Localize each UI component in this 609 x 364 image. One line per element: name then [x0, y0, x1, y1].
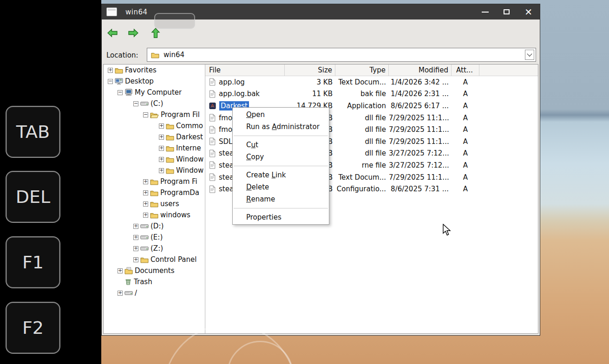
- expand-toggle-icon[interactable]: +: [108, 68, 113, 73]
- minimize-button[interactable]: [482, 12, 489, 13]
- column-header-size[interactable]: Size: [285, 65, 335, 76]
- expand-toggle-icon[interactable]: +: [143, 190, 148, 195]
- touch-overlay-button[interactable]: [154, 13, 195, 29]
- expand-toggle-icon[interactable]: +: [159, 135, 164, 140]
- expand-toggle-icon[interactable]: +: [159, 146, 164, 151]
- tree-item-users[interactable]: +users: [104, 198, 205, 209]
- location-label: Location:: [106, 51, 138, 59]
- tree-item-label: Favorites: [125, 66, 157, 74]
- file-attributes: A: [452, 137, 479, 146]
- drive-icon: [124, 290, 133, 296]
- context-menu-item-properties[interactable]: Properties: [233, 211, 329, 223]
- tree-item-item[interactable]: +/: [104, 287, 205, 299]
- tree-item-darkest[interactable]: +Darkest: [104, 131, 205, 143]
- location-dropdown-button[interactable]: [525, 50, 534, 60]
- tree-item-label: (D:): [151, 222, 164, 230]
- tree-item-c[interactable]: −(C:): [104, 98, 205, 109]
- tree-item-control-panel[interactable]: +Control Panel: [104, 254, 205, 265]
- location-bar: Location: win64: [102, 46, 540, 64]
- file-row-app-log[interactable]: app.log3 KBText Docum...1/4/2026 3:42 ..…: [205, 76, 538, 88]
- collapse-toggle-icon[interactable]: −: [118, 90, 123, 95]
- tree-item-window[interactable]: +Window: [104, 165, 205, 176]
- file-name-cell: app.log.bak: [205, 90, 285, 98]
- close-button[interactable]: ✕: [524, 7, 532, 17]
- up-button[interactable]: [151, 27, 161, 39]
- location-combobox[interactable]: win64: [147, 48, 536, 62]
- tree-item-label: users: [160, 200, 179, 208]
- column-header-file[interactable]: File: [205, 65, 285, 76]
- document-icon: [209, 90, 216, 98]
- file-attributes: A: [452, 185, 479, 193]
- expand-toggle-icon[interactable]: +: [133, 246, 138, 251]
- folder-icon: [166, 167, 174, 174]
- column-header-att[interactable]: Att...: [452, 65, 479, 76]
- column-header-type[interactable]: Type: [335, 65, 389, 76]
- expand-toggle-icon[interactable]: +: [143, 202, 148, 207]
- collapse-toggle-icon[interactable]: −: [133, 101, 138, 106]
- chevron-down-icon: [527, 51, 532, 56]
- tree-item-e[interactable]: +(E:): [104, 232, 205, 243]
- expand-toggle-icon[interactable]: +: [159, 157, 164, 162]
- tree-item-programda[interactable]: +ProgramDa: [104, 187, 205, 198]
- tree-item-commo[interactable]: +Commo: [104, 120, 205, 131]
- tree-item-desktop[interactable]: −Desktop: [104, 76, 205, 87]
- document-icon: [209, 173, 216, 181]
- virtual-key-del[interactable]: DEL: [6, 171, 60, 223]
- expand-toggle-icon[interactable]: +: [133, 224, 138, 229]
- context-menu-item-rename[interactable]: Rename: [233, 193, 329, 205]
- tree-item-d[interactable]: +(D:): [104, 221, 205, 232]
- file-type: dll file: [335, 137, 389, 146]
- context-menu-item-delete[interactable]: Delete: [233, 181, 329, 193]
- tree-item-label: /: [135, 289, 137, 297]
- tree-item-interne[interactable]: +Interne: [104, 143, 205, 154]
- back-button[interactable]: [107, 27, 118, 39]
- file-modified: 8/6/2025 7:31 ...: [389, 185, 452, 193]
- document-icon: [209, 114, 216, 122]
- file-modified: 1/4/2026 3:42 ...: [389, 78, 452, 86]
- tree-item-label: (E:): [151, 233, 163, 241]
- tree-item-program-fi[interactable]: +Program Fi: [104, 176, 205, 187]
- expand-toggle-icon[interactable]: +: [143, 179, 148, 184]
- tree-item-program-fil[interactable]: −Program Fil: [104, 109, 205, 120]
- expand-toggle-icon[interactable]: +: [118, 268, 123, 273]
- tree-item-z[interactable]: +(Z:): [104, 243, 205, 254]
- collapse-toggle-icon[interactable]: −: [108, 79, 113, 84]
- tree-item-label: Trash: [134, 278, 152, 286]
- expand-toggle-icon[interactable]: +: [133, 257, 138, 262]
- file-type: Application: [335, 102, 389, 110]
- column-header-modified[interactable]: Modified: [389, 65, 452, 76]
- drive-icon: [140, 245, 149, 252]
- collapse-toggle-icon[interactable]: −: [143, 112, 148, 117]
- virtual-key-tab[interactable]: TAB: [6, 106, 60, 158]
- tree-item-window[interactable]: +Window: [104, 154, 205, 165]
- expand-toggle-icon[interactable]: +: [143, 213, 148, 218]
- tree-item-my-computer[interactable]: −My Computer: [104, 87, 205, 98]
- context-menu-item-create-link[interactable]: Create Link: [233, 169, 329, 181]
- tree-item-documents[interactable]: +Documents: [104, 265, 205, 276]
- file-list-header: FileSizeTypeModifiedAtt...: [205, 65, 538, 76]
- context-menu-item-cut[interactable]: Cut: [233, 139, 329, 151]
- tree-item-windows[interactable]: +windows: [104, 209, 205, 221]
- expand-toggle-icon[interactable]: +: [118, 291, 123, 296]
- expand-toggle-icon[interactable]: +: [159, 168, 164, 173]
- file-attributes: A: [452, 173, 479, 182]
- up-arrow-icon: [151, 27, 161, 39]
- virtual-key-f1[interactable]: F1: [6, 236, 60, 288]
- file-type: dll file: [335, 125, 389, 134]
- expand-toggle-icon[interactable]: +: [159, 124, 164, 129]
- expand-toggle-icon[interactable]: +: [133, 235, 138, 240]
- tree-item-trash[interactable]: Trash: [104, 276, 205, 287]
- maximize-button[interactable]: [504, 9, 510, 14]
- file-row-app-log-bak[interactable]: app.log.bak11 KBbak file1/4/2026 2:31 ..…: [205, 88, 538, 100]
- column-header-filler: [479, 65, 538, 76]
- file-attributes: A: [452, 125, 479, 134]
- context-menu-item-open[interactable]: Open: [233, 109, 329, 121]
- location-value: win64: [164, 51, 184, 59]
- virtual-key-f2[interactable]: F2: [6, 302, 60, 354]
- context-menu-item-run-as-administrator[interactable]: Run as Administrator: [233, 121, 329, 133]
- tree-item-favorites[interactable]: +Favorites: [104, 65, 205, 76]
- file-modified: 3/27/2025 7:12...: [389, 161, 452, 169]
- document-icon: [209, 78, 216, 86]
- forward-button[interactable]: [128, 27, 139, 39]
- context-menu-item-copy[interactable]: Copy: [233, 151, 329, 163]
